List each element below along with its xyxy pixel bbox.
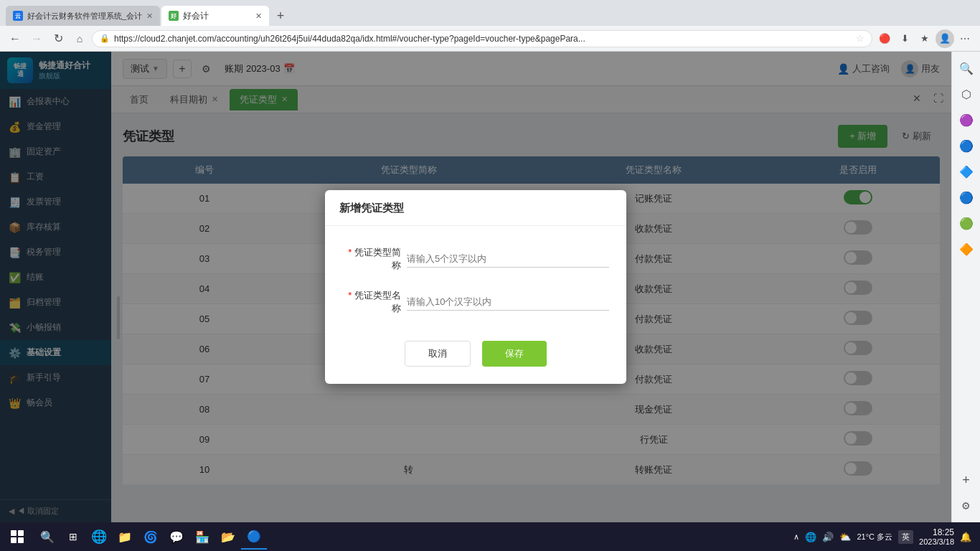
field-short-input[interactable] (407, 250, 609, 268)
taskbar-search[interactable]: 🔍 (34, 524, 60, 550)
field-name-input[interactable] (407, 293, 609, 311)
tab1-close[interactable]: ✕ (146, 11, 153, 21)
nav-refresh-button[interactable]: ↻ (49, 29, 67, 48)
edge-sidebar-icon4[interactable]: 🔵 (956, 187, 977, 208)
collections-icon[interactable]: ⬡ (956, 83, 977, 105)
browser-menu-icon[interactable]: ⋯ (956, 29, 974, 48)
address-text: https://cloud2.chanjet.com/accounting/uh… (114, 34, 852, 44)
taskbar-sound-icon[interactable]: 🔊 (822, 532, 834, 542)
save-button[interactable]: 保存 (482, 341, 547, 367)
taskbar-datetime[interactable]: 18:25 2023/3/18 (919, 527, 954, 546)
address-bar[interactable]: 🔒 https://cloud2.chanjet.com/accounting/… (92, 30, 872, 47)
taskbar-time: 18:25 (919, 527, 954, 537)
edge-sidebar-icon2[interactable]: 🔵 (956, 135, 977, 156)
edge-sidebar-icon6[interactable]: 🔶 (956, 238, 977, 260)
nav-back-button[interactable]: ← (6, 29, 24, 48)
taskbar-ime[interactable]: 英 (898, 530, 913, 544)
bing-search-icon[interactable]: 🔍 (956, 57, 977, 79)
edge-sidebar-settings-icon[interactable]: ⚙ (956, 495, 977, 517)
taskbar-chrome-icon[interactable]: 🌀 (138, 524, 164, 550)
nav-home-button[interactable]: ⌂ (70, 29, 89, 48)
taskbar-store-icon[interactable]: 🏪 (189, 524, 215, 550)
taskbar-weather-icon: ⛅ (839, 532, 851, 542)
field-name-label: * 凭证类型名称 (342, 289, 407, 315)
new-tab-button[interactable]: + (270, 6, 291, 26)
edge-sidebar-add-icon[interactable]: + (956, 469, 977, 491)
taskbar-network-icon[interactable]: 🌐 (805, 532, 816, 542)
edge-sidebar-icon1[interactable]: 🟣 (956, 109, 977, 131)
cancel-button[interactable]: 取消 (405, 341, 471, 367)
field-short-label: * 凭证类型简称 (342, 246, 407, 272)
extensions-icon[interactable]: 🔴 (875, 29, 894, 48)
tab2-close[interactable]: ✕ (255, 11, 262, 21)
lock-icon: 🔒 (100, 34, 110, 43)
taskbar-folder-icon[interactable]: 📂 (215, 524, 241, 550)
taskbar-edge-icon[interactable]: 🌐 (86, 524, 112, 550)
taskbar-weather-text: 21°C 多云 (857, 532, 892, 542)
edge-sidebar-icon5[interactable]: 🟢 (956, 212, 977, 234)
taskbar-explorer-icon[interactable]: 📁 (112, 524, 138, 550)
taskbar-date: 2023/3/18 (919, 537, 954, 546)
favorites-icon[interactable]: ★ (915, 29, 934, 48)
start-button[interactable] (0, 522, 34, 551)
browser-tab-inactive[interactable]: 云 好会计云财务软件管理系统_会计 ✕ (6, 6, 160, 26)
bookmark-icon[interactable]: ☆ (856, 33, 864, 44)
taskbar-wechat-icon[interactable]: 💬 (164, 524, 189, 550)
nav-forward-button[interactable]: → (27, 29, 46, 48)
taskbar-browser-active[interactable]: 🔵 (241, 524, 267, 550)
taskbar-expand-icon[interactable]: ∧ (793, 532, 799, 542)
taskbar-task-view[interactable]: ⊞ (60, 524, 86, 550)
profile-icon[interactable]: 👤 (936, 29, 954, 48)
taskbar-notification-icon[interactable]: 🔔 (960, 532, 971, 542)
modal-title: 新增凭证类型 (339, 202, 404, 214)
browser-tab-active[interactable]: 好 好会计 ✕ (161, 6, 269, 26)
tab1-title: 好会计云财务软件管理系统_会计 (27, 11, 142, 22)
edge-sidebar-icon3[interactable]: 🔷 (956, 161, 977, 182)
modal-overlay: 新增凭证类型 * 凭证类型简称 * 凭证类型名称 取消 保存 (0, 52, 951, 522)
modal-dialog: 新增凭证类型 * 凭证类型简称 * 凭证类型名称 取消 保存 (325, 190, 626, 384)
tab2-title: 好会计 (183, 10, 251, 22)
downloads-icon[interactable]: ⬇ (895, 29, 914, 48)
